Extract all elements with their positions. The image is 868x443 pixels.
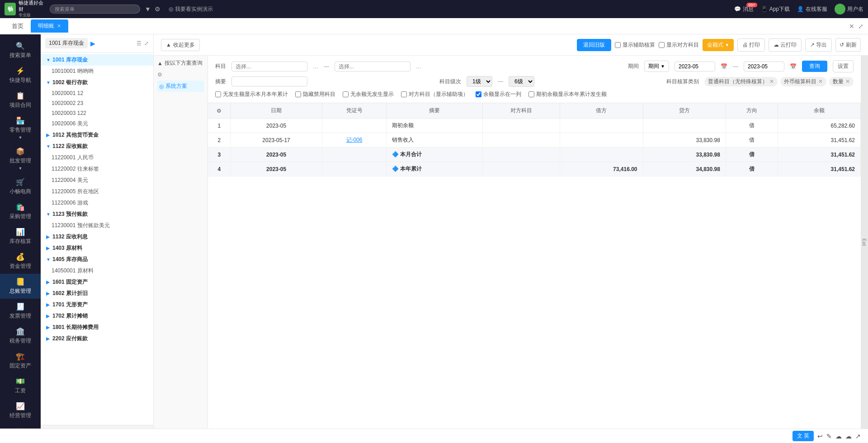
table-settings-icon[interactable]: ⚙ (217, 108, 222, 114)
tree-node-10020006[interactable]: 10020006 美元 (41, 118, 153, 129)
user-avatar[interactable]: 用户名 (835, 4, 863, 14)
sidebar-item-purchase[interactable]: 🛍️ 采购管理 (0, 199, 41, 224)
demo-link[interactable]: ◎ 我要看实例演示 (169, 5, 213, 13)
tab-ledger[interactable]: 明细账 ✕ (31, 19, 68, 33)
show-opposite-check[interactable]: 显示对方科目 (659, 41, 699, 49)
cell-voucher-2[interactable]: 记-006 (322, 133, 387, 148)
tree-scrollbar[interactable] (41, 425, 153, 429)
tree-node-1012[interactable]: ▶ 1012 其他货币资金 (41, 129, 153, 141)
check-balance-col[interactable]: 余额显示在一列 (476, 91, 521, 98)
print-btn[interactable]: 🖨 打印 (737, 38, 765, 52)
sidebar-item-invoice[interactable]: 🧾 发票管理 (0, 299, 41, 324)
system-plan-btn[interactable]: ◎ 系统方案 (157, 81, 204, 92)
expand-icon[interactable]: ▼ (145, 5, 151, 13)
calendar-icon-1[interactable]: 📅 (721, 63, 727, 70)
tree-node-1001[interactable]: ▼ 1001 库存现金 (41, 54, 153, 66)
sidebar-item-nav[interactable]: ⚡ 快捷导航 (0, 63, 41, 88)
gold-style-btn[interactable]: 金额式 ▼ (703, 39, 734, 51)
tree-node-10020003[interactable]: 10020003 122 (41, 108, 153, 118)
calendar-icon-2[interactable]: 📅 (790, 63, 797, 70)
sidebar-item-finance[interactable]: 💰 资金管理 (0, 249, 41, 274)
sidebar-item-wholesale[interactable]: 📦 批发管理 ▼ (0, 143, 41, 174)
return-old-btn[interactable]: 退回旧版 (577, 39, 611, 51)
tree-node-1602[interactable]: ▶ 1602 累计折旧 (41, 288, 153, 299)
undo-icon[interactable]: ↩ (817, 433, 823, 440)
share-icon[interactable]: ↗ (855, 433, 861, 440)
sidebar-item-assets[interactable]: 🏗️ 固定资产 (0, 348, 41, 373)
online-service-btn[interactable]: 👤 在线客服 (797, 5, 827, 13)
tree-node-11220004[interactable]: 11220004 美元 (41, 175, 153, 186)
sidebar-item-salary[interactable]: 💵 工资 (0, 373, 41, 398)
sidebar-item-search[interactable]: 🔍 搜索菜单 (0, 38, 41, 63)
subject-input-1[interactable] (231, 62, 307, 71)
tab-home[interactable]: 首页 (5, 19, 31, 33)
edit-icon[interactable]: ✎ (826, 433, 832, 440)
period-from-input[interactable] (675, 62, 715, 71)
sidebar-item-inventory[interactable]: 📊 库存核算 (0, 224, 41, 249)
period-type-btn[interactable]: 期间 ▼ (644, 61, 669, 72)
maximize-icon[interactable]: ⤢ (858, 23, 863, 30)
sidebar-item-expense[interactable]: 💳 小畅报销 (0, 423, 41, 429)
collapse-more-btn[interactable]: ▲ 收起更多 (161, 39, 200, 51)
level-from-select[interactable]: 1级2级3级 (467, 76, 492, 87)
accounts-list-icon[interactable]: ☰ (137, 40, 142, 47)
accounts-selected[interactable]: 1001 库存现金 (45, 38, 88, 48)
tag-normal-close[interactable]: ✕ (769, 78, 774, 85)
tree-node-1801[interactable]: ▶ 1801 长期待摊费用 (41, 322, 153, 333)
query-btn[interactable]: 查询 (802, 61, 827, 72)
voucher-link-2[interactable]: 记-006 (346, 137, 363, 143)
sidebar-item-ecommerce[interactable]: 🛒 小畅电商 (0, 174, 41, 199)
switch-lang-btn[interactable]: 文 英 (793, 431, 814, 441)
tree-node-11220005[interactable]: 11220005 所在地区 (41, 186, 153, 197)
export-btn[interactable]: ↗ 导出 (805, 38, 832, 52)
sidebar-item-contract[interactable]: 📋 项目合同 (0, 88, 41, 113)
tree-node-2202[interactable]: ▶ 2202 应付账款 (41, 333, 153, 344)
show-assist-check[interactable]: 显示辅助核算 (615, 41, 655, 49)
tree-node-1405[interactable]: ▼ 1405 库存商品 (41, 254, 153, 265)
sidebar-item-ledger[interactable]: 📒 总账管理 (0, 274, 41, 299)
filter-settings-icon[interactable]: ⚙ (157, 71, 204, 78)
tree-node-10020002[interactable]: 10020002 23 (41, 98, 153, 108)
tree-node-1601[interactable]: ▶ 1601 固定资产 (41, 276, 153, 288)
tree-node-1123[interactable]: ▼ 1123 预付账款 (41, 209, 153, 220)
cloud-print-btn[interactable]: ☁ 云打印 (769, 38, 802, 52)
top-search[interactable] (50, 5, 140, 14)
close-all-icon[interactable]: ✕ (849, 23, 854, 30)
check-init-balance[interactable]: 期初余额显示本年累计发生额 (528, 91, 607, 98)
period-to-input[interactable] (744, 62, 784, 71)
settings-icon[interactable]: ⚙ (155, 5, 160, 13)
cloud-icon-1[interactable]: ☁ (835, 433, 842, 440)
accounts-expand-icon[interactable]: ⤢ (144, 40, 149, 47)
tree-node-14050001[interactable]: 14050001 原材料 (41, 265, 153, 276)
check-no-balance[interactable]: 无余额无发生显示 (343, 91, 394, 98)
tree-node-10020001[interactable]: 10020001 12 (41, 88, 153, 98)
accounts-arrow-icon[interactable]: ▶ (90, 40, 95, 47)
tag-foreign-close[interactable]: ✕ (818, 78, 823, 85)
sidebar-item-retail[interactable]: 🏪 零售管理 ▼ (0, 113, 41, 143)
tree-node-11220006[interactable]: 11220006 游戏 (41, 197, 153, 209)
tree-node-1403[interactable]: ▶ 1403 原材料 (41, 243, 153, 254)
tree-node-11230001[interactable]: 11230001 预付账款美元 (41, 220, 153, 231)
settings-btn[interactable]: 设置 (833, 60, 854, 72)
tree-node-1132[interactable]: ▶ 1132 应收利息 (41, 231, 153, 243)
right-collapse-tab[interactable]: Eat (861, 56, 868, 429)
sidebar-item-tax[interactable]: 🏛️ 税务管理 (0, 324, 41, 348)
check-hide-disabled[interactable]: 隐藏禁用科目 (295, 91, 335, 98)
level-to-select[interactable]: 6级5级4级 (509, 76, 534, 87)
message-btn[interactable]: 💬 消息 99+ (734, 5, 754, 13)
refresh-btn[interactable]: ↺ 刷新 (835, 38, 861, 52)
tab-close-icon[interactable]: ✕ (57, 23, 61, 29)
tree-node-11220002[interactable]: 11220002 往来标签 (41, 163, 153, 175)
tree-node-1002[interactable]: ▼ 1002 银行存款 (41, 77, 153, 88)
sidebar-item-operations[interactable]: 📈 经营管理 (0, 398, 41, 423)
check-no-amount[interactable]: 无发生额显示本月本年累计 (215, 91, 288, 98)
check-opposite[interactable]: 对方科目（显示辅助项） (401, 91, 468, 98)
subject-input-2[interactable] (335, 62, 410, 71)
th-gear[interactable]: ⚙ (208, 103, 231, 119)
tree-node-10010001[interactable]: 10010001 哟哟哟 (41, 66, 153, 77)
app-download-btn[interactable]: 📱 App下载 (761, 5, 790, 13)
summary-input[interactable] (231, 76, 307, 86)
tree-node-1122[interactable]: ▼ 1122 应收账款 (41, 141, 153, 152)
tree-node-1702[interactable]: ▶ 1702 累计摊销 (41, 310, 153, 322)
tag-quantity-close[interactable]: ✕ (845, 78, 850, 85)
